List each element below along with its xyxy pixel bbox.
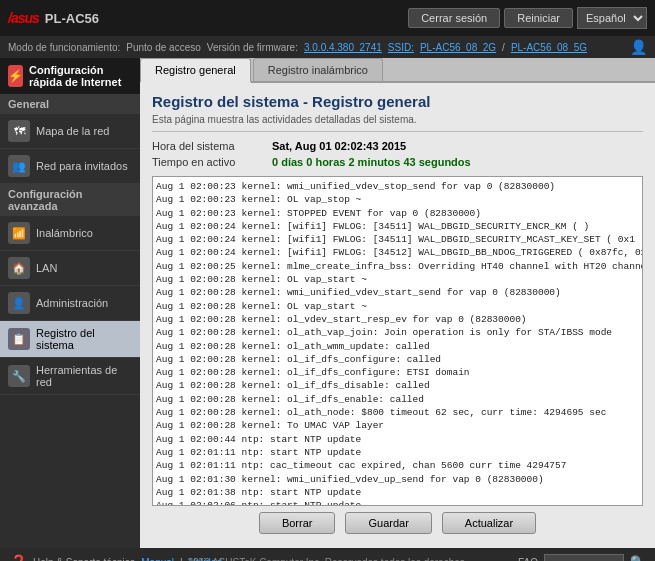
page-description: Esta página muestra las actividades deta… <box>152 114 643 132</box>
uptime-label: Tiempo en activo <box>152 156 262 168</box>
log-entry: Aug 1 02:00:23 kernel: wmi_unified_vdev_… <box>156 180 639 193</box>
log-entry: Aug 1 02:01:11 ntp: cac_timeout cac expi… <box>156 459 639 472</box>
log-entry: Aug 1 02:01:38 ntp: start NTP update <box>156 486 639 499</box>
log-entry: Aug 1 02:00:28 kernel: To UMAC VAP layer <box>156 419 639 432</box>
tab-wireless[interactable]: Registro inalámbrico <box>253 58 383 81</box>
header: /asus PL-AC56 Cerrar sesión Reiniciar Es… <box>0 0 655 36</box>
main-layout: ⚡ Configuración rápida de Internet Gener… <box>0 58 655 548</box>
search-icon[interactable]: 🔍 <box>630 555 645 561</box>
sidebar-item-label: LAN <box>36 262 57 274</box>
wireless-icon: 📶 <box>8 222 30 244</box>
sidebar-item-label: Inalámbrico <box>36 227 93 239</box>
lan-icon: 🏠 <box>8 257 30 279</box>
header-buttons: Cerrar sesión Reiniciar Español English <box>408 7 647 29</box>
sidebar-section-general: General <box>0 94 140 114</box>
sidebar-item-label: Red para invitados <box>36 160 128 172</box>
log-entry: Aug 1 02:00:44 ntp: start NTP update <box>156 433 639 446</box>
logout-button[interactable]: Cerrar sesión <box>408 8 500 28</box>
log-entry: Aug 1 02:00:28 kernel: ol_ath_wmm_update… <box>156 340 639 353</box>
sidebar-item-label: Registro del sistema <box>36 327 132 351</box>
log-entry: Aug 1 02:00:28 kernel: OL vap_start ~ <box>156 273 639 286</box>
faq-label: FAQ <box>518 557 538 562</box>
sidebar-item-guest-network[interactable]: 👥 Red para invitados <box>0 149 140 184</box>
refresh-button[interactable]: Actualizar <box>442 512 536 534</box>
firmware-label: Versión de firmware: <box>207 42 298 53</box>
sidebar-item-wireless[interactable]: 📶 Inalámbrico <box>0 216 140 251</box>
ssid-divider: / <box>502 42 505 53</box>
quick-internet-icon: ⚡ <box>8 65 23 87</box>
log-entry: Aug 1 02:00:23 kernel: STOPPED EVENT for… <box>156 207 639 220</box>
log-container: Aug 1 02:00:23 kernel: wmi_unified_vdev_… <box>152 176 643 506</box>
footer-divider: | <box>180 557 183 562</box>
content-body: Registro del sistema - Registro general … <box>140 83 655 548</box>
log-entry: Aug 1 02:00:24 kernel: [wifi1] FWLOG: [3… <box>156 233 639 246</box>
sidebar-item-admin[interactable]: 👤 Administración <box>0 286 140 321</box>
sidebar-section-advanced: Configuración avanzada <box>0 184 140 216</box>
log-entry: Aug 1 02:00:28 kernel: ol_ath_node: $800… <box>156 406 639 419</box>
sidebar: ⚡ Configuración rápida de Internet Gener… <box>0 58 140 548</box>
mode-label: Modo de funcionamiento: <box>8 42 120 53</box>
log-entry: Aug 1 02:00:24 kernel: [wifi1] FWLOG: [3… <box>156 220 639 233</box>
sidebar-item-label: Administración <box>36 297 108 309</box>
log-entry: Aug 1 02:00:28 kernel: ol_vdev_start_res… <box>156 313 639 326</box>
sidebar-item-network-tools[interactable]: 🔧 Herramientas de red <box>0 358 140 395</box>
save-button[interactable]: Guardar <box>345 512 431 534</box>
help-icon: ❓ <box>10 554 27 561</box>
network-map-icon: 🗺 <box>8 120 30 142</box>
action-bar: Borrar Guardar Actualizar <box>152 506 643 538</box>
clear-button[interactable]: Borrar <box>259 512 336 534</box>
log-entry: Aug 1 02:00:28 kernel: wmi_unified_vdev_… <box>156 286 639 299</box>
uptime-value: 0 días 0 horas 2 minutos 43 segundos <box>272 156 471 168</box>
sidebar-item-lan[interactable]: 🏠 LAN <box>0 251 140 286</box>
guest-network-icon: 👥 <box>8 155 30 177</box>
ssid-5g[interactable]: PL-AC56_08_5G <box>511 42 587 53</box>
log-scroll-area[interactable]: Aug 1 02:00:23 kernel: wmi_unified_vdev_… <box>153 177 642 505</box>
language-select[interactable]: Español English <box>577 7 647 29</box>
mode-value: Punto de acceso <box>126 42 201 53</box>
system-log-icon: 📋 <box>8 328 30 350</box>
log-entry: Aug 1 02:00:28 kernel: ol_ath_vap_join: … <box>156 326 639 339</box>
user-icon: 👤 <box>630 39 647 55</box>
page-title: Registro del sistema - Registro general <box>152 93 643 110</box>
sidebar-item-label: Mapa de la red <box>36 125 109 137</box>
info-table: Hora del sistema Sat, Aug 01 02:02:43 20… <box>152 140 643 168</box>
footer-right: FAQ 🔍 <box>518 554 645 562</box>
system-time-row: Hora del sistema Sat, Aug 01 02:02:43 20… <box>152 140 643 152</box>
manual-link[interactable]: Manual <box>141 557 174 562</box>
ssid-2g[interactable]: PL-AC56_08_2G <box>420 42 496 53</box>
footer: ❓ Help & Soporte técnico Manual | Utilid… <box>0 548 655 561</box>
log-entry: Aug 1 02:00:24 kernel: [wifi1] FWLOG: [3… <box>156 246 639 259</box>
tab-general[interactable]: Registro general <box>140 58 251 83</box>
sidebar-item-label: Herramientas de red <box>36 364 132 388</box>
footer-search-input[interactable] <box>544 554 624 562</box>
log-entry: Aug 1 02:02:06 ntp: start NTP update <box>156 499 639 505</box>
quick-internet-label: Configuración rápida de Internet <box>29 64 132 88</box>
sidebar-item-quick-internet[interactable]: ⚡ Configuración rápida de Internet <box>0 58 140 94</box>
model-name: PL-AC56 <box>45 11 99 26</box>
log-entry: Aug 1 02:00:28 kernel: ol_if_dfs_configu… <box>156 366 639 379</box>
ssid-label: SSID: <box>388 42 414 53</box>
logo-area: /asus PL-AC56 <box>8 10 99 26</box>
log-entry: Aug 1 02:00:28 kernel: ol_if_dfs_configu… <box>156 353 639 366</box>
copyright-text: 2016 ASUSTeK Computer Inc. Reservados to… <box>187 557 467 562</box>
asus-logo: /asus <box>8 10 39 26</box>
log-entry: Aug 1 02:00:23 kernel: OL vap_stop ~ <box>156 193 639 206</box>
log-entry: Aug 1 02:00:28 kernel: ol_if_dfs_disable… <box>156 379 639 392</box>
log-entry: Aug 1 02:01:30 kernel: wmi_unified_vdev_… <box>156 473 639 486</box>
admin-icon: 👤 <box>8 292 30 314</box>
content-area: Registro general Registro inalámbrico Re… <box>140 58 655 548</box>
system-time-value: Sat, Aug 01 02:02:43 2015 <box>272 140 406 152</box>
help-label: Help & Soporte técnico <box>33 557 135 562</box>
sidebar-item-system-log[interactable]: 📋 Registro del sistema <box>0 321 140 358</box>
sidebar-item-network-map[interactable]: 🗺 Mapa de la red <box>0 114 140 149</box>
log-entry: Aug 1 02:00:25 kernel: mlme_create_infra… <box>156 260 639 273</box>
log-entry: Aug 1 02:00:28 kernel: OL vap_start ~ <box>156 300 639 313</box>
tab-bar: Registro general Registro inalámbrico <box>140 58 655 83</box>
network-tools-icon: 🔧 <box>8 365 30 387</box>
firmware-link[interactable]: 3.0.0.4.380_2741 <box>304 42 382 53</box>
system-time-label: Hora del sistema <box>152 140 262 152</box>
info-bar: Modo de funcionamiento: Punto de acceso … <box>0 36 655 58</box>
log-entry: Aug 1 02:01:11 ntp: start NTP update <box>156 446 639 459</box>
restart-button[interactable]: Reiniciar <box>504 8 573 28</box>
uptime-row: Tiempo en activo 0 días 0 horas 2 minuto… <box>152 156 643 168</box>
